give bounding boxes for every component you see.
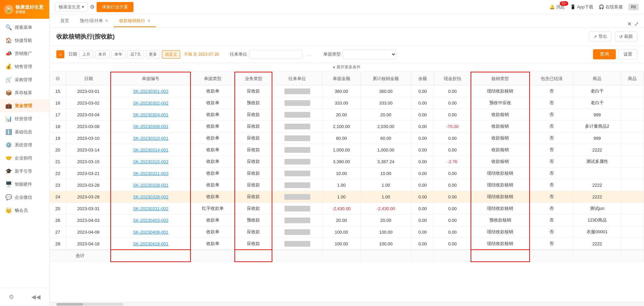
partner-input[interactable] [249,50,303,59]
tab-payable-close[interactable]: ✕ [105,18,108,23]
cell-partner: ████ [272,226,322,238]
doc-number-link[interactable]: SK-20230314-001 [133,147,169,152]
online-service-button[interactable]: 🎧 在线客服 [599,4,623,10]
cell-seq: 26 [50,215,66,226]
doc-number-link[interactable]: SK-20230304-001 [133,112,169,117]
sidebar-item-corp[interactable]: 🤝 企业协同 [0,151,49,165]
tab-home[interactable]: 首页 [55,15,74,27]
app-download-button[interactable]: 📱 App下载 [570,4,593,10]
table-row: 27 2023-04-08 SK-20230408-001 收款单 应收款 ██… [50,226,644,238]
tab-receivable-exec[interactable]: 收款核销执行 ✕ [114,15,156,27]
gear-icon[interactable]: ⚙ [55,76,60,81]
search-icon: 🔍 [5,24,12,30]
cell-discount: 0.00 [434,226,471,238]
sidebar-item-basic[interactable]: ℹ️ 基础信息 [0,125,49,138]
doc-number-link[interactable]: SK-20230418-001 [133,241,169,246]
vouchertype-label: 单据类型 [323,51,341,57]
more-filters-dots[interactable]: ... [307,52,313,57]
industry-solution-button[interactable]: 体验行业方案 [97,2,133,12]
sidebar-item-system[interactable]: ⚙️ 系统管理 [0,138,49,151]
cell-amount: 10.00 [322,168,361,179]
sidebar-item-quicknav[interactable]: 🏠 快捷导航 [0,34,49,47]
tab-receivable-close[interactable]: ✕ [147,18,151,23]
filter-more[interactable]: 更多 [146,50,160,59]
workspace-dropdown[interactable]: 畅康道生意 ▾ [55,2,88,12]
export-button[interactable]: ↗ 导出 [589,32,611,42]
sidebar-item-search[interactable]: 🔍 搜索菜单 [0,21,49,34]
vouchertype-select[interactable] [343,50,396,59]
sidebar-settings-btn[interactable]: ⚙ [7,291,16,303]
message-button[interactable]: 🔔 消息 99+ [549,4,565,10]
sidebar-item-label: 销售管理 [15,64,32,70]
filter-expand-arrow[interactable]: » [56,50,64,58]
sidebar-item-label: 新手引导 [15,168,32,174]
doc-number-link[interactable]: SK-20230310-001 [133,136,169,141]
table-area[interactable]: ⚙ 日期 单据编号 单据类型 业务类型 往来单位 单据金额 累计核销金额 余额 … [50,72,644,302]
sidebar-item-wechat[interactable]: 💬 企业微信 [0,191,49,204]
footer-goods [574,250,621,262]
query-button[interactable]: 查询 [593,49,616,59]
th-biztype: 业务类型 [235,72,272,85]
refresh-button[interactable]: ↺ 刷新 [615,32,637,42]
cell-number: SK-20230321-003 [111,168,191,179]
horizontal-scrollbar[interactable] [50,302,644,306]
doc-number-link[interactable]: SK-20230301-002 [133,89,169,94]
sidebar-item-label: 经营管理 [15,116,32,122]
user-avatar[interactable]: Rit [628,4,639,10]
cell-date: 2023-04-18 [66,238,111,250]
filter-thisyear[interactable]: 本年 [111,50,125,59]
sidebar-item-hardware[interactable]: 🖥️ 智能硬件 [0,178,49,191]
cell-amount: 100.00 [322,238,361,250]
sidebar-item-marketing[interactable]: 📣 营销推广 [0,47,49,60]
cell-discount: 0.00 [434,215,471,226]
cell-amount: 1,000.00 [322,144,361,156]
sidebar-item-sales[interactable]: 💰 销售管理 [0,60,49,73]
cell-canceltype: 现结收款核销 [471,238,530,250]
cell-goods2 [621,156,644,168]
doc-number-link[interactable]: SK-20230328-002 [133,194,169,199]
scrollbar-thumb[interactable] [56,303,83,306]
sidebar-item-purchase[interactable]: 🛒 采购管理 [0,73,49,86]
filter-settings-button[interactable]: 设置 [619,49,637,59]
sidebar-item-inventory[interactable]: 📦 库存核算 [0,86,49,99]
expand-more-button[interactable]: ▾ 展开更多条件 [333,64,361,70]
sidebar-item-operations[interactable]: 📊 经营管理 [0,112,49,125]
cell-goods: 2222 [574,191,621,203]
filter-7days[interactable]: 近7天 [127,50,144,59]
doc-number-link[interactable]: SK-20230315-002 [133,159,169,164]
cell-seq: 24 [50,191,66,203]
cell-goods2 [621,121,644,132]
cell-discount: 0.00 [434,97,471,109]
cell-canceltype: 现结收款核销 [471,203,530,215]
refresh-icon: ↺ [619,34,623,39]
tab-expand[interactable]: ⤢ [634,21,639,27]
doc-number-link[interactable]: SK-20230403-002 [133,218,169,223]
filter-thismonth[interactable]: 本月 [95,50,109,59]
tab-close-all[interactable]: ✕ [627,21,632,27]
sidebar-item-finance[interactable]: 💼 资金管理 [0,99,49,112]
filter-custom[interactable]: 自定义 [162,50,180,59]
cell-partner: ████ [272,144,322,156]
sidebar-item-guide[interactable]: 🎓 新手引导 [0,165,49,178]
gear-icon[interactable]: ⚙ [90,4,95,10]
cell-included: 否 [530,156,574,168]
doc-number-link[interactable]: SK-20230408-001 [133,230,169,235]
cell-vtype: 红字收款单 [191,203,235,215]
sidebar-item-member[interactable]: 👑 畅会员 [0,204,49,217]
cell-balance: 0.00 [411,226,434,238]
cell-date: 2023-03-14 [66,144,111,156]
th-goods2: 商品 [621,72,644,85]
sidebar-collapse-btn[interactable]: ◀◀ [29,291,43,303]
doc-number-link[interactable]: SK-20230321-003 [133,171,169,176]
doc-number-link[interactable]: SK-20230331-002 [133,206,169,211]
th-gear[interactable]: ⚙ [50,72,66,85]
doc-number-link[interactable]: SK-20230308-001 [133,124,169,129]
doc-number-link[interactable]: SK-20230302-002 [133,101,169,106]
doc-number-link[interactable]: SK-20230328-001 [133,183,169,188]
cell-seq: 27 [50,226,66,238]
cell-amount: 3,390.00 [322,156,361,168]
tab-payable[interactable]: 预付/应付单 ✕ [74,15,114,27]
megaphone-icon: 📣 [5,50,12,57]
filter-lastmonth[interactable]: 上月 [79,50,93,59]
cell-balance: 0.00 [411,168,434,179]
